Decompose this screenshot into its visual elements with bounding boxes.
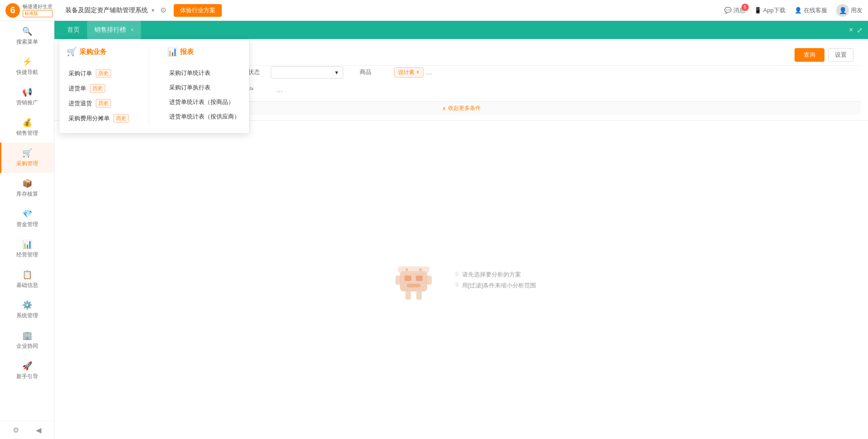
title-dropdown-icon[interactable]: ▾ [151,7,155,14]
goods-return-history-badge: 历史 [96,99,111,108]
sidebar-label-enterprise: 企业协同 [16,342,38,350]
tab-window-close-icon[interactable]: × [849,26,853,34]
logo-icon: 6 [5,3,20,18]
online-service-btn[interactable]: 👤 在线客服 [795,6,827,15]
sidebar-item-sales[interactable]: 💰 销售管理 [0,112,54,143]
collapse-up-icon: ∧ [442,105,446,112]
top-right-area: 💬 消息 6 📱 App下载 👤 在线客服 👤 用友 [724,4,863,17]
empty-state: ① 请先选择要分析的方案 ② 用[过滤]条件来缩小分析范围 [54,121,868,439]
dropdown-item-order-exec[interactable]: 采购订单执行表 [167,80,242,95]
sidebar-item-search[interactable]: 🔍 搜索菜单 [0,21,54,51]
settings-button[interactable]: 设置 [828,48,853,62]
inventory-icon: 📦 [22,178,32,188]
user-btn[interactable]: 👤 用友 [836,4,863,17]
message-btn[interactable]: 💬 消息 6 [724,6,745,15]
sidebar-item-basic[interactable]: 📋 基础信息 [0,264,54,295]
svg-rect-7 [416,291,422,300]
sidebar-item-enterprise[interactable]: 🏢 企业协同 [0,325,54,355]
doc-status-select[interactable]: ▾ [271,66,343,79]
tab-right-controls: × ⤢ [849,26,863,35]
dropdown-divider [149,47,149,126]
svg-point-10 [419,268,422,271]
sidebar-item-guide[interactable]: 🚀 新手引导 [0,355,54,386]
tab-expand-icon[interactable]: ⤢ [857,26,863,35]
dropdown-item-goods-return[interactable]: 进货退货 历史 [67,96,131,111]
user-label: 用友 [851,6,863,15]
sales-icon: 💰 [22,118,32,128]
sidebar-collapse-icon[interactable]: ◀ [36,426,41,434]
operation-icon: 📊 [22,239,32,249]
guide-icon: 🚀 [22,361,32,371]
sidebar-label-sales: 销售管理 [16,129,38,137]
sidebar-label-purchase: 采购管理 [16,160,38,168]
basic-icon: 📋 [22,270,32,280]
goods-filter: 设计素 × ... [394,67,432,78]
search-icon: 🔍 [22,26,32,36]
tab-home[interactable]: 首页 [60,21,87,39]
svg-rect-0 [400,271,427,291]
svg-point-9 [405,268,408,271]
sidebar-item-operation[interactable]: 📊 经营管理 [0,234,54,264]
purchase-expense-label: 采购费用分摊单 [68,114,110,123]
sidebar-item-inventory[interactable]: 📦 库存核算 [0,173,54,203]
enterprise-icon: 🏢 [22,330,32,340]
sidebar-item-system[interactable]: ⚙️ 系统管理 [0,295,54,325]
svg-rect-6 [405,291,411,300]
system-icon: ⚙️ [22,300,32,310]
purchase-col: 🛒 采购业务 采购订单 历史 进货单 历史 进货退货 历史 采购费用分摊单 历史 [67,47,131,126]
logo-area: 6 畅捷通好生意 标准版 [5,3,60,18]
finance-icon: 💎 [22,209,32,219]
tab-close-icon[interactable]: × [131,27,134,33]
purchase-icon: 🛒 [22,148,32,158]
sidebar-label-operation: 经营管理 [16,251,38,259]
svg-rect-5 [426,276,432,285]
app-download-label: App下载 [763,6,785,15]
receipt-goods-label: 进货单统计表（按商品） [169,98,234,106]
receipt-supplier-label: 进货单统计表（按供应商） [169,113,240,121]
sidebar-label-system: 系统管理 [16,312,38,320]
sidebar-footer: ⚙ ◀ [0,421,54,439]
sidebar-label-marketing: 营销推广 [16,99,38,107]
customer-ellipsis-btn[interactable]: ... [276,86,282,94]
report-col-icon: 📊 [167,47,177,57]
goods-tag-close-icon[interactable]: × [416,69,419,75]
sidebar-item-quick[interactable]: ⚡ 快捷导航 [0,51,54,82]
report-col-label: 报表 [180,48,194,56]
dropdown-item-purchase-order[interactable]: 采购订单 历史 [67,66,131,81]
svg-rect-1 [405,276,411,281]
dropdown-item-goods-receipt[interactable]: 进货单 历史 [67,81,131,96]
dropdown-item-receipt-supplier[interactable]: 进货单统计表（按供应商） [167,109,242,124]
trial-button[interactable]: 体验行业方案 [174,4,222,17]
order-stats-label: 采购订单统计表 [169,69,210,77]
query-button[interactable]: 查询 [795,48,824,62]
empty-hint-2: ② 用[过滤]条件来缩小分析范围 [454,280,536,291]
quick-icon: ⚡ [22,57,32,67]
sidebar-label-quick: 快捷导航 [16,69,38,76]
app-download-btn[interactable]: 📱 App下载 [754,6,785,15]
sidebar-item-purchase[interactable]: 🛒 采购管理 [0,143,54,173]
message-icon: 💬 [724,7,731,14]
sidebar-nav: 🔍 搜索菜单 ⚡ 快捷导航 📢 营销推广 💰 销售管理 🛒 采购管理 📦 [0,21,54,421]
sidebar-label-guide: 新手引导 [16,373,38,380]
sidebar-item-marketing[interactable]: 📢 营销推广 [0,82,54,112]
order-exec-label: 采购订单执行表 [169,84,210,92]
dropdown-item-receipt-goods[interactable]: 进货单统计表（按商品） [167,95,242,109]
purchase-col-icon: 🛒 [67,47,77,57]
purchase-expense-history-badge: 历史 [113,114,129,123]
settings-icon-btn[interactable]: ⚙ [160,6,166,15]
sidebar-item-finance[interactable]: 💎 资金管理 [0,203,54,234]
sidebar: 🔍 搜索菜单 ⚡ 快捷导航 📢 营销推广 💰 销售管理 🛒 采购管理 📦 [0,21,54,439]
doc-status-dropdown-icon: ▾ [335,69,338,76]
goods-receipt-label: 进货单 [68,84,86,93]
tab-sales-ranking[interactable]: 销售排行榜 × [87,21,141,39]
empty-text-area: ① 请先选择要分析的方案 ② 用[过滤]条件来缩小分析范围 [454,269,536,291]
tab-sales-ranking-label: 销售排行榜 [94,26,126,34]
purchase-col-title: 🛒 采购业务 [67,47,131,60]
dropdown-item-order-stats[interactable]: 采购订单统计表 [167,66,242,80]
top-bar: 6 畅捷通好生意 标准版 装备及固定资产辅助管理系统 ▾ ⚙ 体验行业方案 💬 … [0,0,868,21]
sidebar-settings-icon[interactable]: ⚙ [13,426,19,434]
logo-badge: 标准版 [23,10,53,17]
dropdown-item-purchase-expense[interactable]: 采购费用分摊单 历史 [67,111,131,126]
goods-ellipsis-btn[interactable]: ... [426,68,432,76]
tab-bar: 首页 销售排行榜 × × ⤢ [54,21,868,39]
